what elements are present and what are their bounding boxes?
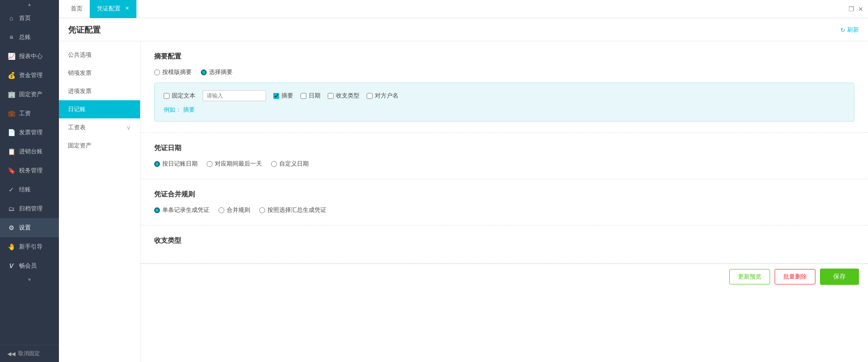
- single-record-input[interactable]: [154, 207, 160, 213]
- sidebar-item-reports[interactable]: 📈 报表中心: [0, 47, 59, 66]
- left-nav-journal[interactable]: 日记账: [59, 100, 140, 118]
- sidebar-item-payroll[interactable]: 💼 工资: [0, 104, 59, 123]
- sidebar-item-invoice-mgmt[interactable]: 📄 发票管理: [0, 123, 59, 142]
- tab-voucher-config-label: 凭证配置: [97, 5, 121, 13]
- date-cb-checkbox[interactable]: 日期: [301, 92, 320, 100]
- sidebar-scroll-up[interactable]: ▲: [0, 0, 59, 9]
- tab-voucher-config[interactable]: 凭证配置 ✕: [90, 0, 136, 18]
- tax-icon: 🔖: [7, 167, 15, 174]
- summary-config-title: 摘要配置: [154, 52, 854, 61]
- summary-cb-input[interactable]: [273, 93, 279, 99]
- save-button[interactable]: 保存: [820, 269, 859, 285]
- batch-delete-button[interactable]: 批量删除: [775, 269, 815, 284]
- summary-config-box: 固定文本 摘要 日期: [154, 83, 854, 122]
- income-type-section: 收支类型: [141, 225, 868, 264]
- date-cb-input[interactable]: [301, 93, 306, 99]
- sidebar-item-label: 工资: [19, 109, 31, 117]
- by-selection-input[interactable]: [259, 207, 265, 213]
- merge-rules-input[interactable]: [218, 207, 224, 213]
- update-preview-button[interactable]: 更新预览: [729, 269, 770, 284]
- voucher-merge-title: 凭证合并规则: [154, 190, 854, 199]
- left-nav: 公共选项 销项发票 进项发票 日记账 工资表 ∨ 固定资产: [59, 41, 141, 362]
- left-nav-public[interactable]: 公共选项: [59, 46, 140, 64]
- tab-bar: 首页 凭证配置 ✕ ❐ ✕: [59, 0, 868, 18]
- sidebar-item-label: 发票管理: [19, 128, 43, 137]
- left-nav-purchase-invoice[interactable]: 进项发票: [59, 82, 140, 100]
- last-day-of-period-radio[interactable]: 对应期间最后一天: [207, 160, 262, 168]
- example-value: 摘要: [183, 106, 195, 113]
- left-nav-purchase-invoice-label: 进项发票: [68, 87, 92, 95]
- footer-bar: 更新预览 批量删除 保存: [141, 264, 868, 289]
- member-icon: V: [7, 262, 15, 269]
- by-journal-date-input[interactable]: [154, 161, 160, 167]
- restore-icon[interactable]: ❐: [849, 5, 854, 13]
- left-nav-journal-label: 日记账: [68, 105, 86, 113]
- select-summary-radio[interactable]: 选择摘要: [201, 68, 233, 76]
- expand-icon: ∨: [126, 124, 131, 131]
- by-selection-radio[interactable]: 按照选择汇总生成凭证: [259, 206, 326, 214]
- sidebar-scroll-down[interactable]: ▼: [0, 275, 59, 284]
- tab-home-label: 首页: [71, 5, 82, 13]
- income-type-cb-input[interactable]: [328, 93, 334, 99]
- last-day-of-period-input[interactable]: [207, 161, 213, 167]
- sidebar-item-home[interactable]: ⌂ 首页: [0, 9, 59, 28]
- counterparty-cb-checkbox[interactable]: 对方户名: [367, 92, 398, 100]
- funds-icon: 💰: [7, 72, 15, 79]
- left-nav-sales-invoice-label: 销项发票: [68, 69, 92, 77]
- sidebar-item-label: 进销台账: [19, 147, 43, 156]
- custom-date-radio[interactable]: 自定义日期: [271, 160, 309, 168]
- sidebar-item-close[interactable]: ✓ 结账: [0, 180, 59, 199]
- sidebar-item-member[interactable]: V 畅会员: [0, 256, 59, 275]
- merge-rules-radio[interactable]: 合并规则: [218, 206, 250, 214]
- template-summary-radio[interactable]: 按模版摘要: [154, 68, 192, 76]
- window-controls: ❐ ✕: [849, 5, 863, 13]
- single-record-radio[interactable]: 单条记录生成凭证: [154, 206, 209, 214]
- sidebar-item-archive[interactable]: 🗂 归档管理: [0, 199, 59, 218]
- summary-checkbox-row: 固定文本 摘要 日期: [164, 90, 845, 101]
- summary-radio-group: 按模版摘要 选择摘要: [154, 68, 854, 76]
- unpin-sidebar[interactable]: ◀◀ 取消固定: [0, 345, 59, 362]
- main-area: 首页 凭证配置 ✕ ❐ ✕ 凭证配置 ↻ 刷新 公共选项: [59, 0, 868, 362]
- home-icon: ⌂: [7, 15, 15, 22]
- sidebar-item-settings[interactable]: ⚙ 设置: [0, 218, 59, 237]
- fixed-text-checkbox[interactable]: 固定文本: [164, 92, 195, 100]
- window-close-icon[interactable]: ✕: [858, 5, 863, 13]
- refresh-button[interactable]: ↻ 刷新: [840, 26, 859, 39]
- left-nav-fixed-assets-label: 固定资产: [68, 142, 92, 150]
- counterparty-cb-label: 对方户名: [375, 92, 398, 100]
- example-text: 例如： 摘要: [164, 106, 195, 113]
- sidebar-item-tax[interactable]: 🔖 税务管理: [0, 161, 59, 180]
- template-summary-input[interactable]: [154, 69, 160, 75]
- counterparty-cb-input[interactable]: [367, 93, 373, 99]
- template-summary-label: 按模版摘要: [162, 68, 192, 76]
- summary-cb-checkbox[interactable]: 摘要: [273, 92, 293, 100]
- sidebar-item-label: 新手引导: [19, 243, 43, 251]
- sidebar-item-guide[interactable]: 🤚 新手引导: [0, 237, 59, 256]
- single-record-label: 单条记录生成凭证: [162, 206, 209, 214]
- left-nav-payroll-table[interactable]: 工资表 ∨: [59, 118, 140, 137]
- summary-config-section: 摘要配置 按模版摘要 选择摘要: [141, 41, 868, 133]
- fixed-text-field[interactable]: [203, 90, 266, 101]
- sidebar-item-funds[interactable]: 💰 资金管理: [0, 66, 59, 85]
- merge-rules-label: 合并规则: [227, 206, 250, 214]
- left-nav-fixed-assets[interactable]: 固定资产: [59, 137, 140, 155]
- left-nav-public-label: 公共选项: [68, 51, 92, 59]
- page-header: 凭证配置 ↻ 刷新: [59, 18, 868, 41]
- income-type-cb-checkbox[interactable]: 收支类型: [328, 92, 359, 100]
- tab-close-button[interactable]: ✕: [125, 5, 129, 11]
- select-summary-input[interactable]: [201, 69, 207, 75]
- sidebar-item-label: 固定资产: [19, 90, 43, 98]
- by-journal-date-radio[interactable]: 按日记账日期: [154, 160, 198, 168]
- sidebar-item-purchase-sales[interactable]: 📋 进销台账: [0, 142, 59, 161]
- fixed-text-input[interactable]: [164, 93, 170, 99]
- sidebar-item-ledger[interactable]: ≡ 总账: [0, 28, 59, 47]
- body-area: 公共选项 销项发票 进项发票 日记账 工资表 ∨ 固定资产: [59, 41, 868, 362]
- tab-home[interactable]: 首页: [63, 0, 90, 18]
- sidebar-item-label: 归档管理: [19, 205, 43, 213]
- custom-date-input[interactable]: [271, 161, 277, 167]
- voucher-date-section: 凭证日期 按日记账日期 对应期间最后一天 自定义日期: [141, 133, 868, 179]
- left-nav-sales-invoice[interactable]: 销项发票: [59, 64, 140, 82]
- close-accounts-icon: ✓: [7, 186, 15, 193]
- reports-icon: 📈: [7, 53, 15, 60]
- sidebar-item-assets[interactable]: 🏢 固定资产: [0, 85, 59, 104]
